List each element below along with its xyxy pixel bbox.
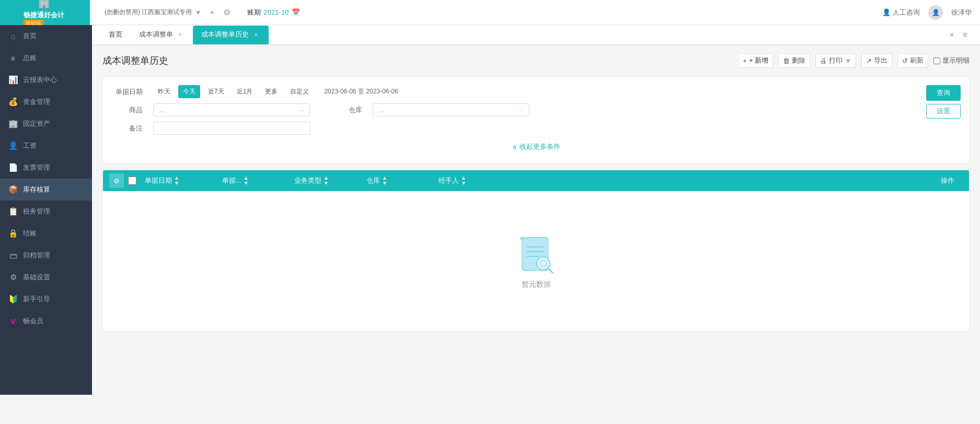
collapse-btn[interactable]: ∧ 收起更多条件: [509, 139, 563, 155]
new-btn[interactable]: + + 新增: [738, 53, 773, 68]
archive-icon: 🗃: [8, 251, 18, 260]
show-detail-label: 显示明细: [942, 56, 970, 65]
header-right: 👤 人工咨询 👤 徐泽华: [882, 5, 972, 20]
page-title-row: 成本调整单历史 + + 新增 🗑 删除 🖨 打印: [102, 53, 970, 68]
main-content: 首页 成本调整单 × 成本调整单历史 × × ≡ 成本调整单历史: [92, 25, 980, 395]
warehouse-select-more-icon: ···: [518, 106, 524, 114]
tab-cost-adjust-close[interactable]: ×: [176, 30, 185, 39]
page-content: 成本调整单历史 + + 新增 🗑 删除 🖨 打印: [92, 45, 980, 395]
tax-icon: 📋: [8, 207, 18, 216]
warehouse-selector[interactable]: ... ···: [373, 103, 529, 116]
sidebar-item-settings[interactable]: ⚙ 基础设置: [0, 266, 92, 288]
print-btn[interactable]: 🖨 打印 ▼: [815, 53, 856, 68]
closing-icon: 🔒: [8, 229, 18, 238]
goods-select-more-icon: ···: [298, 106, 304, 114]
no-data-illustration: [513, 233, 560, 280]
empty-text: 暂元数据: [522, 280, 551, 289]
export-btn[interactable]: ↗ 导出: [861, 53, 892, 68]
th-actions: 操作: [941, 176, 963, 185]
th-warehouse[interactable]: 仓库 ▲▼: [362, 175, 430, 186]
sidebar-item-reports[interactable]: 📊 云报表中心: [0, 69, 92, 91]
consult-btn[interactable]: 👤 人工咨询: [882, 8, 920, 17]
home-icon: ⌂: [8, 32, 18, 41]
settings-icon[interactable]: ⚙: [223, 7, 230, 17]
show-detail-checkbox-group: 显示明细: [933, 56, 970, 65]
table-select-all-checkbox[interactable]: [128, 176, 136, 185]
sidebar-item-archive[interactable]: 🗃 归档管理: [0, 244, 92, 266]
company-selector[interactable]: (勿删勿禁用) 江西服宝测试专用 ▼: [105, 8, 201, 17]
query-btn[interactable]: 查询: [926, 85, 961, 101]
date-quick-btns: 昨天 今天 近7天 近1月 更多 自定义: [153, 85, 314, 98]
filter-remark-row: 备注: [111, 122, 916, 135]
sidebar-item-vip[interactable]: V 畅会员: [0, 310, 92, 332]
delete-btn[interactable]: 🗑 删除: [778, 53, 810, 68]
sidebar-item-invoice[interactable]: 📄 发票管理: [0, 157, 92, 179]
sidebar-item-salary[interactable]: 👤 工资: [0, 135, 92, 157]
filter-goods-row: 商品 ... ··· 仓库 ... ···: [111, 103, 916, 116]
tab-cost-adjust-history[interactable]: 成本调整单历史 ×: [193, 26, 269, 44]
invoice-icon: 📄: [8, 163, 18, 172]
company-name: (勿删勿禁用) 江西服宝测试专用: [105, 8, 192, 17]
tab-home[interactable]: 首页: [100, 26, 131, 44]
warehouse-filter-label: 仓库: [331, 105, 362, 115]
th-voucher[interactable]: 单据... ▲▼: [218, 175, 286, 186]
user-avatar[interactable]: 👤: [928, 5, 943, 20]
sidebar-item-ledger[interactable]: ≡ 总账: [0, 47, 92, 69]
filter-action-btns: 查询 设置: [926, 85, 961, 119]
ledger-icon: ≡: [8, 54, 18, 63]
tab-bar: 首页 成本调整单 × 成本调整单历史 × × ≡: [92, 25, 980, 45]
print-icon: 🖨: [820, 57, 827, 65]
sidebar-item-assets[interactable]: 🏢 固定资产: [0, 113, 92, 135]
new-icon: +: [743, 57, 747, 65]
tab-more-btn[interactable]: ≡: [959, 30, 972, 40]
salary-icon: 👤: [8, 141, 18, 150]
date-range-display: 2023-06-06 至 2023-06-06: [324, 87, 398, 96]
date-btn-last7[interactable]: 近7天: [203, 85, 229, 98]
guide-icon: 🔰: [8, 295, 18, 304]
add-tab-btn[interactable]: +: [207, 8, 216, 17]
export-icon: ↗: [866, 57, 872, 65]
date-btn-yesterday[interactable]: 昨天: [153, 85, 175, 98]
sort-voucher-icon: ▲▼: [244, 175, 249, 186]
filter-settings-btn[interactable]: 设置: [926, 104, 961, 119]
date-btn-custom[interactable]: 自定义: [285, 85, 314, 98]
refresh-btn[interactable]: ↺ 刷新: [897, 53, 928, 68]
sort-biztype-icon: ▲▼: [324, 175, 329, 186]
warehouse-select-placeholder: ...: [378, 106, 514, 114]
date-btn-last-month[interactable]: 近1月: [232, 85, 258, 98]
sidebar-item-inventory[interactable]: 📦 库存核算: [0, 179, 92, 201]
app-body: ⌂ 首页 ≡ 总账 📊 云报表中心 💰 资金管理 🏢 固定资产 👤 工资: [0, 25, 980, 395]
svg-line-5: [548, 268, 552, 273]
remark-input[interactable]: [153, 122, 310, 135]
table-header-row: ⚙ 单据日期 ▲▼ 单据... ▲▼: [103, 170, 969, 191]
period-label: 账期: [247, 8, 261, 17]
app-header: 🏢 畅捷通好会计 旗舰版 (勿删勿禁用) 江西服宝测试专用 ▼ + ⚙ 账期 2…: [0, 0, 980, 25]
date-filter-label: 单据日期: [111, 87, 143, 97]
goods-selector[interactable]: ... ···: [153, 103, 310, 116]
sidebar-item-home[interactable]: ⌂ 首页: [0, 25, 92, 47]
reports-icon: 📊: [8, 75, 18, 85]
consult-icon: 👤: [882, 8, 891, 16]
sort-date-icon: ▲▼: [174, 175, 179, 186]
sidebar-item-finance[interactable]: 💰 资金管理: [0, 91, 92, 113]
show-detail-checkbox[interactable]: [933, 57, 940, 64]
th-handler[interactable]: 经手人 ▲▼: [434, 175, 502, 186]
sidebar-item-guide[interactable]: 🔰 新手引导: [0, 288, 92, 310]
table-column-settings-btn[interactable]: ⚙: [109, 173, 124, 188]
goods-select-placeholder: ...: [159, 106, 294, 114]
tab-cost-adjust-history-close[interactable]: ×: [252, 30, 260, 39]
tab-close-all-btn[interactable]: ×: [945, 30, 958, 40]
settings-sidebar-icon: ⚙: [8, 273, 18, 282]
period-info: 账期 2021-10 📅: [247, 8, 301, 17]
tab-cost-adjust[interactable]: 成本调整单 ×: [131, 26, 193, 44]
sidebar-item-tax[interactable]: 📋 税务管理: [0, 201, 92, 222]
empty-state: 暂元数据: [103, 191, 969, 331]
date-btn-today[interactable]: 今天: [178, 85, 200, 98]
calendar-icon[interactable]: 📅: [292, 8, 300, 16]
date-btn-more[interactable]: 更多: [260, 85, 282, 98]
sidebar-item-closing[interactable]: 🔒 结账: [0, 222, 92, 244]
data-table: ⚙ 单据日期 ▲▼ 单据... ▲▼: [102, 170, 970, 332]
th-date[interactable]: 单据日期 ▲▼: [141, 175, 214, 186]
company-dropdown-icon[interactable]: ▼: [195, 9, 201, 16]
th-biztype[interactable]: 业务类型 ▲▼: [290, 175, 358, 186]
